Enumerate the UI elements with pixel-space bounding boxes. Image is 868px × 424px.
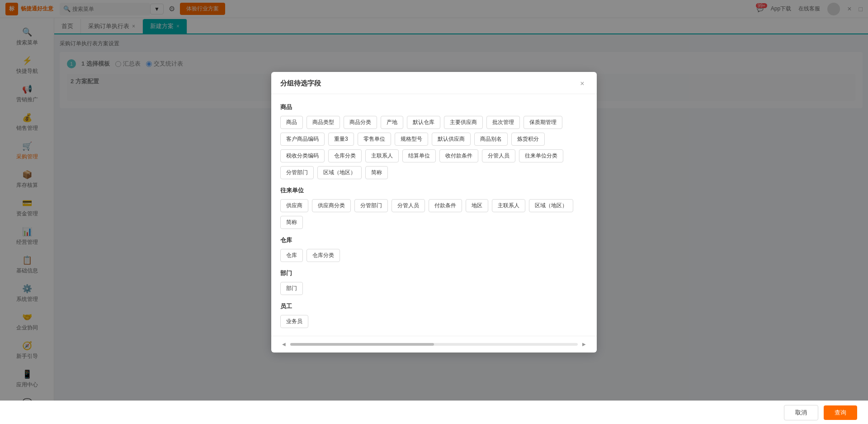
section-title-warehouse: 仓库 [280,236,588,244]
modal-scrollbar-row: ◀ ▶ [271,336,597,353]
field-tag-主要供应商[interactable]: 主要供应商 [444,116,483,129]
field-tag-默认仓库[interactable]: 默认仓库 [407,116,440,129]
field-tag-结算单位[interactable]: 结算单位 [402,149,436,162]
section-title-department: 部门 [280,269,588,277]
field-tag-往来单位分类[interactable]: 往来单位分类 [519,149,563,162]
field-tag-付款条件[interactable]: 付款条件 [429,199,462,212]
field-group-department: 部门 [280,282,588,295]
modal-header: 分组待选字段 × [271,72,597,94]
field-group-partners: 供应商供应商分类分管部门分管人员付款条件地区主联系人区域（地区）简称 [280,199,588,229]
field-tag-分管人员[interactable]: 分管人员 [392,199,425,212]
modal-close-button[interactable]: × [577,78,588,89]
field-tag-区域（地区）[interactable]: 区域（地区） [529,199,573,212]
field-tag-商品别名[interactable]: 商品别名 [474,133,508,146]
field-tag-地区[interactable]: 地区 [466,199,488,212]
scroll-track-horizontal[interactable] [290,343,578,346]
confirm-button[interactable]: 查询 [824,405,857,420]
scroll-right-btn[interactable]: ▶ [580,341,588,348]
field-tag-简称[interactable]: 简称 [365,166,388,179]
scroll-left-btn[interactable]: ◀ [280,341,288,348]
field-tag-商品分类[interactable]: 商品分类 [344,116,377,129]
field-tag-商品[interactable]: 商品 [280,116,303,129]
field-tag-仓库分类[interactable]: 仓库分类 [307,249,340,262]
field-tag-供应商分类[interactable]: 供应商分类 [312,199,351,212]
field-tag-税收分类编码[interactable]: 税收分类编码 [280,149,325,162]
field-tag-主联系人[interactable]: 主联系人 [492,199,525,212]
section-title-goods: 商品 [280,103,588,111]
field-tag-简称[interactable]: 简称 [280,216,303,229]
field-tag-业务员[interactable]: 业务员 [280,315,308,328]
field-tag-仓库分类[interactable]: 仓库分类 [328,149,362,162]
section-warehouse: 仓库仓库仓库分类 [280,236,588,262]
field-group-warehouse: 仓库仓库分类 [280,249,588,262]
field-tag-供应商[interactable]: 供应商 [280,199,308,212]
field-tag-主联系人[interactable]: 主联系人 [365,149,399,162]
field-group-goods: 商品商品类型商品分类产地默认仓库主要供应商批次管理保质期管理客户商品编码重量3零… [280,116,588,179]
field-tag-收付款条件[interactable]: 收付款条件 [439,149,478,162]
modal-title: 分组待选字段 [280,79,321,88]
field-tag-分管人员[interactable]: 分管人员 [482,149,515,162]
field-tag-分管部门[interactable]: 分管部门 [354,199,388,212]
field-tag-客户商品编码[interactable]: 客户商品编码 [280,133,325,146]
section-title-employee: 员工 [280,302,588,310]
section-partners: 往来单位供应商供应商分类分管部门分管人员付款条件地区主联系人区域（地区）简称 [280,186,588,229]
section-employee: 员工业务员 [280,302,588,328]
modal-body[interactable]: 商品商品商品类型商品分类产地默认仓库主要供应商批次管理保质期管理客户商品编码重量… [271,94,597,336]
field-tag-分管部门[interactable]: 分管部门 [280,166,314,179]
field-tag-仓库[interactable]: 仓库 [280,249,303,262]
field-tag-重量3[interactable]: 重量3 [328,133,354,146]
section-department: 部门部门 [280,269,588,295]
section-goods: 商品商品商品类型商品分类产地默认仓库主要供应商批次管理保质期管理客户商品编码重量… [280,103,588,179]
field-tag-规格型号[interactable]: 规格型号 [395,133,428,146]
field-tag-炼货积分[interactable]: 炼货积分 [511,133,545,146]
field-tag-批次管理[interactable]: 批次管理 [486,116,520,129]
field-tag-部门[interactable]: 部门 [280,282,303,295]
field-tag-区域（地区）[interactable]: 区域（地区） [317,166,362,179]
scroll-thumb-horizontal [290,343,434,346]
section-title-partners: 往来单位 [280,186,588,195]
field-group-employee: 业务员 [280,315,588,328]
field-tag-零售单位[interactable]: 零售单位 [358,133,391,146]
cancel-button[interactable]: 取消 [784,405,818,420]
field-tag-商品类型[interactable]: 商品类型 [307,116,340,129]
field-tag-默认供应商[interactable]: 默认供应商 [432,133,471,146]
field-tag-产地[interactable]: 产地 [381,116,403,129]
modal-overlay: 分组待选字段 × 商品商品商品类型商品分类产地默认仓库主要供应商批次管理保质期管… [0,0,868,424]
modal: 分组待选字段 × 商品商品商品类型商品分类产地默认仓库主要供应商批次管理保质期管… [271,72,597,353]
field-tag-保质期管理[interactable]: 保质期管理 [524,116,562,129]
action-bar: 取消 查询 [0,400,868,424]
